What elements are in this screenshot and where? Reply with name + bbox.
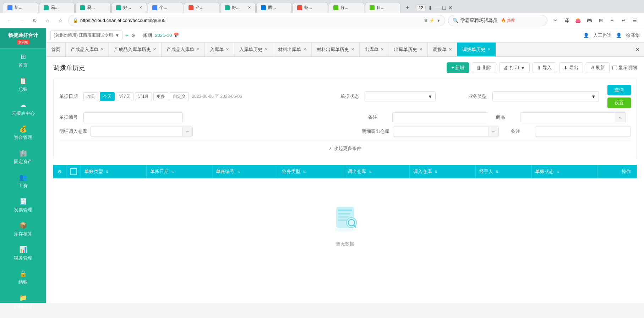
table-settings-icon[interactable]: ⚙ [57, 169, 62, 174]
browser-tab-9[interactable]: 畅... [293, 2, 328, 13]
browser-tab-4[interactable]: 好... ✕ [111, 2, 147, 13]
sidebar-item-home[interactable]: ⊞ 首页 [0, 49, 46, 73]
table-col-business-type[interactable]: 业务类型 ⇅ [278, 165, 344, 178]
browser-tab-1[interactable]: 新... [3, 2, 38, 13]
browser-tab-6[interactable]: 企... [184, 2, 219, 13]
url-bar[interactable]: 🔒 https://cloud.chanjet.com/accounting/u… [68, 15, 445, 26]
sidebar-item-payroll[interactable]: 👥 工资 [0, 169, 46, 193]
sidebar-item-fixed-assets[interactable]: 🏢 固定资产 [0, 145, 46, 169]
filter-setting-button[interactable]: 设置 [607, 97, 631, 108]
doc-number-input[interactable] [83, 112, 183, 122]
user-service-label[interactable]: 人工咨询 [593, 32, 612, 39]
date-1month-btn[interactable]: 近1月 [135, 92, 152, 101]
window-close-icon[interactable]: ✕ [448, 5, 453, 11]
menu-icon[interactable]: ☰ [630, 16, 640, 26]
browser-tab-7[interactable]: 好... ✕ [220, 2, 256, 13]
page-tab-material-out-close[interactable]: ✕ [303, 47, 306, 52]
business-type-select[interactable]: ▼ [492, 91, 599, 101]
translate-icon[interactable]: 译 [562, 16, 572, 26]
add-company-button[interactable]: + [125, 33, 128, 38]
new-button[interactable]: + 新增 [447, 62, 469, 73]
page-tab-out-close[interactable]: ✕ [381, 47, 384, 52]
table-col-in-warehouse[interactable]: 调入仓库 ⇅ [410, 165, 475, 178]
browser-tab-8[interactable]: 腾... [256, 2, 292, 13]
page-tab-product-in-history-close[interactable]: ✕ [153, 47, 156, 52]
table-col-doc-type[interactable]: 单账类型 ⇅ [81, 165, 146, 178]
page-tab-warehouse-in[interactable]: 入库单 ✕ [205, 43, 234, 56]
page-tab-transfer-close[interactable]: ✕ [449, 47, 452, 52]
table-col-doc-number[interactable]: 单账编号 ⇅ [212, 165, 278, 178]
remark-input[interactable] [392, 112, 488, 122]
page-tab-material-out-history[interactable]: 材料出库单历史 ✕ [312, 43, 360, 56]
page-tab-transfer-history-close[interactable]: ✕ [487, 47, 491, 52]
download-icon[interactable]: ⬇ [428, 5, 432, 11]
sidebar-item-general-ledger[interactable]: 📋 总账 [0, 73, 46, 97]
new-tab-button[interactable]: + [401, 2, 414, 13]
refresh-browser-button[interactable]: ↻ [30, 16, 40, 26]
refresh-page-button[interactable]: ↺ 刷新 [586, 62, 610, 73]
date-more-btn[interactable]: 更多 [153, 92, 168, 101]
page-tab-warehouse-in-history-close[interactable]: ✕ [264, 47, 268, 52]
table-col-checkbox[interactable] [66, 165, 81, 178]
sidebar-item-settings[interactable]: ⚙ 基础设置 [0, 314, 46, 318]
collapse-button[interactable]: ∧ 收起更多条件 [59, 144, 631, 153]
undo-icon[interactable]: ↩ [618, 16, 628, 26]
home-browser-button[interactable]: ⌂ [43, 16, 53, 26]
detail-out-input[interactable] [393, 127, 489, 136]
date-7days-btn[interactable]: 近7天 [116, 92, 133, 101]
browser-tab-11[interactable]: 目... [365, 2, 400, 13]
table-col-doc-status[interactable]: 单账状态 ⇅ [531, 165, 597, 178]
browser-tab-10[interactable]: 各... [329, 2, 364, 13]
bookmark-button[interactable]: ☆ [55, 16, 65, 26]
scissors-icon[interactable]: ✂ [550, 16, 560, 26]
forward-button[interactable]: → [17, 16, 27, 26]
display-toggle[interactable]: 显示明细 [612, 65, 637, 71]
page-tab-transfer-history[interactable]: 调拨单历史 ✕ [457, 43, 496, 56]
page-tab-product-in-close[interactable]: ✕ [100, 47, 104, 52]
page-tab-warehouse-in-history[interactable]: 入库单历史 ✕ [234, 43, 273, 56]
page-tab-transfer[interactable]: 调拨单 ✕ [428, 43, 457, 56]
page-tab-out[interactable]: 出库单 ✕ [360, 43, 389, 56]
select-all-checkbox[interactable] [70, 168, 77, 175]
date-custom-btn[interactable]: 自定义 [170, 92, 189, 101]
note-input[interactable] [535, 127, 631, 136]
page-tab-out-history[interactable]: 出库单历史 ✕ [389, 43, 428, 56]
maximize-icon[interactable]: □ [442, 5, 446, 11]
minimize-icon[interactable]: — [435, 5, 440, 11]
table-col-settings[interactable]: ⚙ [53, 165, 66, 178]
company-selector[interactable]: (勿删勿禁用) 江西服宝测试专用 ▼ [50, 30, 122, 40]
browser-tab-5[interactable]: 个... [148, 2, 183, 13]
tab-bar-close-icon[interactable]: ✕ [634, 46, 641, 53]
settings-gear-icon[interactable]: ⚙ [131, 33, 136, 38]
browser-tab-3[interactable]: 易... [75, 2, 111, 13]
game-icon[interactable]: 🎮 [584, 16, 594, 26]
status-select[interactable]: ▼ [365, 91, 436, 101]
page-tab-home[interactable]: 首页 [46, 43, 66, 56]
tab-close-7[interactable]: ✕ [248, 5, 251, 10]
display-checkbox[interactable] [612, 66, 617, 70]
page-tab-product-in[interactable]: 产成品入库单 ✕ [66, 43, 109, 56]
detail-in-more-btn[interactable]: ··· [183, 127, 193, 136]
sidebar-item-cloud-report[interactable]: ☁ 云报表中心 [0, 97, 46, 121]
username-label[interactable]: 徐泽华 [626, 32, 640, 39]
detail-out-more-btn[interactable]: ··· [489, 127, 499, 136]
browser-tab-2[interactable]: 易... [39, 2, 75, 13]
tab-count-badge[interactable]: 12 [416, 4, 426, 11]
goods-more-btn[interactable]: ··· [616, 112, 626, 122]
page-tab-product-in-history[interactable]: 产成品入库单历史 ✕ [109, 43, 162, 56]
detail-in-input[interactable] [91, 127, 183, 136]
wallet-icon[interactable]: 👛 [573, 16, 583, 26]
page-tab-material-out[interactable]: 材料出库单 ✕ [273, 43, 312, 56]
goods-input[interactable] [520, 112, 616, 122]
sidebar-item-inventory[interactable]: 📦 库存核算 [0, 217, 46, 241]
page-tab-warehouse-in-close[interactable]: ✕ [226, 47, 229, 52]
date-yesterday-btn[interactable]: 昨天 [83, 92, 98, 101]
period-selector[interactable]: 2021-10 📅 [155, 33, 179, 38]
grid-icon[interactable]: ⊞ [596, 16, 606, 26]
table-col-handler[interactable]: 经手人 ⇅ [475, 165, 531, 178]
date-today-btn[interactable]: 今天 [100, 92, 115, 101]
page-tab-product-in-2-close[interactable]: ✕ [196, 47, 200, 52]
import-button[interactable]: ⬆ 导入 [533, 62, 556, 73]
query-button[interactable]: 查询 [607, 85, 631, 95]
sidebar-item-closing[interactable]: 🔒 结账 [0, 266, 46, 290]
